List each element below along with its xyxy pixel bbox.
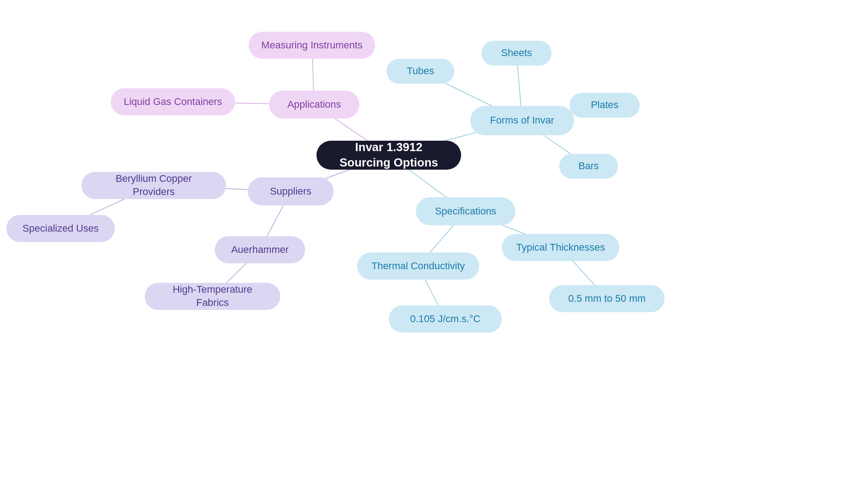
- node-liquid-gas-containers[interactable]: Liquid Gas Containers: [111, 88, 235, 115]
- node-high-temp-fabrics[interactable]: High-Temperature Fabrics: [145, 283, 280, 310]
- node-tubes[interactable]: Tubes: [387, 59, 454, 84]
- node-sheets[interactable]: Sheets: [481, 41, 552, 66]
- node-applications[interactable]: Applications: [269, 90, 359, 119]
- center-node[interactable]: Invar 1.3912 Sourcing Options: [316, 141, 461, 170]
- node-specifications[interactable]: Specifications: [416, 197, 515, 225]
- node-suppliers[interactable]: Suppliers: [248, 177, 334, 205]
- node-specialized-uses[interactable]: Specialized Uses: [6, 215, 115, 242]
- node-forms-of-invar[interactable]: Forms of Invar: [470, 106, 574, 135]
- node-measuring-instruments[interactable]: Measuring Instruments: [249, 32, 375, 59]
- node-beryllium-copper[interactable]: Beryllium Copper Providers: [81, 172, 226, 199]
- node-thermal-value[interactable]: 0.105 J/cm.s.°C: [389, 305, 502, 333]
- node-bars[interactable]: Bars: [559, 154, 618, 179]
- node-thermal-conductivity[interactable]: Thermal Conductivity: [357, 252, 479, 280]
- node-typical-thicknesses[interactable]: Typical Thicknesses: [502, 234, 619, 261]
- node-thickness-value[interactable]: 0.5 mm to 50 mm: [549, 285, 665, 312]
- node-plates[interactable]: Plates: [570, 93, 640, 118]
- node-auerhammer[interactable]: Auerhammer: [215, 236, 305, 263]
